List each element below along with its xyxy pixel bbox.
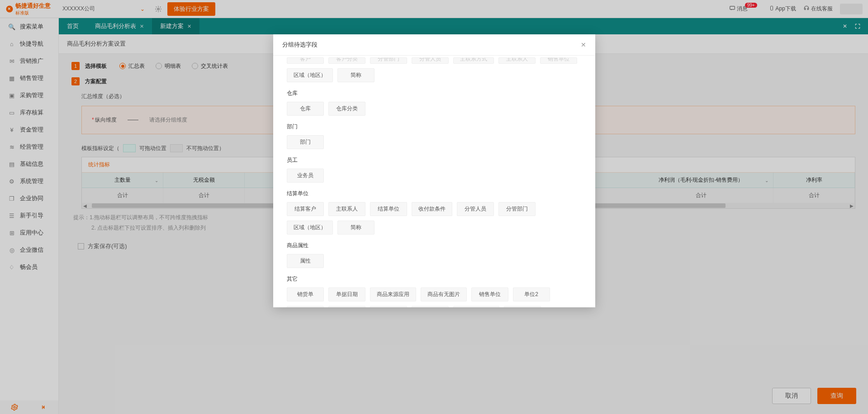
partial-top-chips: 客户客户分类分管部门分管人员主联系方式主联系人销售单位 xyxy=(287,57,582,64)
field-chip[interactable]: 部门 xyxy=(287,135,324,149)
field-chip[interactable]: 主计量 xyxy=(287,306,324,307)
field-chip[interactable]: 主联系人 xyxy=(498,57,536,64)
field-chip[interactable]: 商品来源应用 xyxy=(370,287,416,301)
group-title: 商品属性 xyxy=(287,242,582,249)
chip-row: 仓库仓库分类 xyxy=(287,102,582,116)
field-chip[interactable]: 分管人员 xyxy=(412,57,449,64)
field-chip[interactable]: 销货单 xyxy=(287,287,324,301)
field-chip[interactable]: 商品有无图片 xyxy=(421,287,467,301)
group-title: 其它 xyxy=(287,275,582,283)
field-chip[interactable]: 收付款条件 xyxy=(412,202,452,216)
modal-body[interactable]: 客户客户分类分管部门分管人员主联系方式主联系人销售单位 区域（地区）简称 仓库仓… xyxy=(273,56,595,307)
field-chip[interactable]: 制单人 xyxy=(328,306,365,307)
field-chip[interactable]: 结算客户 xyxy=(287,202,324,216)
field-chip[interactable]: 单据日期 xyxy=(328,287,365,301)
field-chip[interactable]: 单位2 xyxy=(513,287,550,301)
field-chip[interactable]: 客户分类 xyxy=(328,57,365,64)
field-chip[interactable]: 属性 xyxy=(287,254,324,268)
field-chip[interactable]: 出库人 xyxy=(412,306,449,307)
field-chip[interactable]: 仓库 xyxy=(287,102,324,116)
field-chip[interactable]: 简称 xyxy=(337,221,375,235)
field-chip[interactable]: 主联系人 xyxy=(328,202,365,216)
field-chip[interactable]: 区域（地区） xyxy=(287,68,333,82)
group-title: 结算单位 xyxy=(287,190,582,198)
field-chip[interactable]: 销售单位 xyxy=(471,287,508,301)
field-chip[interactable]: 审核人 xyxy=(370,306,407,307)
field-chip[interactable]: 赠品 xyxy=(504,306,541,307)
chip-row: 部门 xyxy=(287,135,582,149)
modal-title: 分组待选字段 xyxy=(282,41,318,49)
group-title: 员工 xyxy=(287,156,582,164)
chip-row: 结算客户主联系人结算单位收付款条件分管人员分管部门区域（地区）简称 xyxy=(287,202,582,235)
chip-row: 业务员 xyxy=(287,169,582,183)
chip-row: 销货单单据日期商品来源应用商品有无图片销售单位单位2主计量制单人审核人出库人预计… xyxy=(287,287,582,307)
field-chip[interactable]: 分管部门 xyxy=(370,57,407,64)
field-chip[interactable]: 仓库分类 xyxy=(328,102,365,116)
field-chip[interactable]: 主联系方式 xyxy=(453,57,494,64)
close-icon[interactable]: ✕ xyxy=(581,41,586,48)
field-chip[interactable]: 客户 xyxy=(287,57,324,64)
group-field-modal: 分组待选字段 ✕ 客户客户分类分管部门分管人员主联系方式主联系人销售单位 区域（… xyxy=(273,34,595,307)
field-chip[interactable]: 区域（地区） xyxy=(287,221,333,235)
group-title: 部门 xyxy=(287,123,582,131)
modal-header: 分组待选字段 ✕ xyxy=(273,34,595,56)
field-chip[interactable]: 销售单位 xyxy=(540,57,577,64)
field-chip[interactable]: 分管人员 xyxy=(457,202,494,216)
field-chip[interactable]: 预计交货日期 xyxy=(453,306,499,307)
group-title: 仓库 xyxy=(287,89,582,97)
field-chip[interactable]: 结算单位 xyxy=(370,202,407,216)
chip-row: 属性 xyxy=(287,254,582,268)
field-chip[interactable]: 分管部门 xyxy=(498,202,536,216)
field-chip[interactable]: 业务员 xyxy=(287,169,324,183)
field-chip[interactable]: 简称 xyxy=(337,68,375,82)
